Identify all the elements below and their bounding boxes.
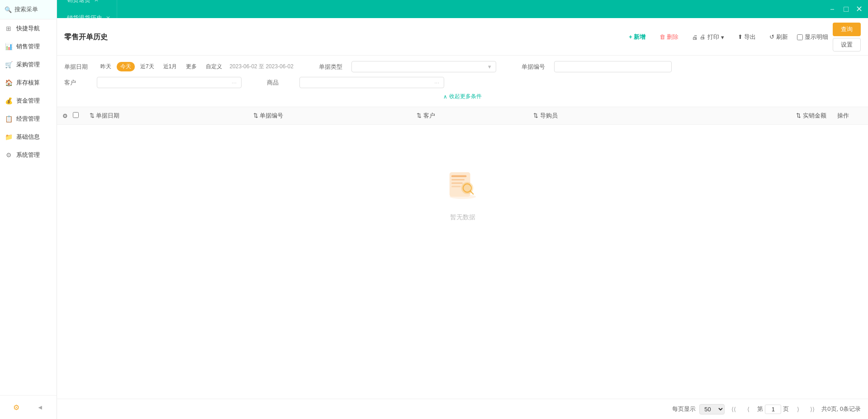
main-area: 首页销售订单✕销货退货✕销货退货历史✕零售开单✕零售开单历史✕ － □ ✕ 零售… (57, 0, 868, 419)
page-title: 零售开单历史 (64, 33, 108, 42)
settings-bottom-icon[interactable]: ⚙ (10, 401, 23, 414)
svg-rect-5 (451, 186, 461, 187)
toolbar: + 新增 🗑 删除 🖨 🖨 打印 ▾ ⬆ 导出 ↺ 刷新 显示明细 查询 设置 (624, 23, 861, 52)
purchase-mgmt-icon: 🛒 (5, 61, 13, 69)
inventory-icon: 🏠 (5, 79, 13, 87)
sidebar: 🔍 搜索采单 ⊞ 快捷导航 📊 销售管理 🛒 采购管理 🏠 库存核算 💰 资金管… (0, 0, 57, 419)
customer-filter-input[interactable]: ··· (97, 77, 242, 88)
collapse-icon: ∧ (443, 94, 447, 100)
sidebar-item-label-system: 系统管理 (16, 151, 40, 159)
date-filter-label: 单据日期 (64, 63, 90, 71)
query-button[interactable]: 查询 (833, 23, 861, 36)
goods-ellipsis-icon: ··· (434, 79, 439, 86)
sidebar-item-quick-nav[interactable]: ⊞ 快捷导航 (0, 19, 57, 38)
sidebar-item-purchase-mgmt[interactable]: 🛒 采购管理 (0, 56, 57, 74)
date-range-text: 2023-06-02 至 2023-06-02 (229, 63, 293, 71)
date-last7[interactable]: 近7天 (137, 62, 158, 71)
svg-rect-3 (451, 179, 465, 180)
pagination-total: 共0页, 0条记录 (821, 405, 861, 413)
window-minimize-icon[interactable]: － (826, 4, 838, 14)
page-input[interactable] (765, 405, 781, 414)
prev-page-button[interactable]: ⟨ (743, 404, 754, 414)
filter-row-2: 客户 ··· 商品 ··· (64, 77, 861, 88)
sidebar-nav: ⊞ 快捷导航 📊 销售管理 🛒 采购管理 🏠 库存核算 💰 资金管理 📋 经营管… (0, 19, 57, 164)
sidebar-item-label-operation: 经营管理 (16, 115, 40, 123)
collapse-sidebar-icon[interactable]: ◄ (34, 401, 47, 414)
customer-filter-label: 客户 (64, 79, 90, 87)
per-page-label: 每页显示 (672, 405, 696, 413)
order-no-input[interactable] (554, 61, 672, 72)
collapse-label: 收起更多条件 (449, 93, 482, 100)
data-table: ⚙ ⇅ 单据日期 ⇅ 单据编号 ⇅ 客户 ⇅ 导购员 ⇅ 实销金额 操作 (57, 107, 868, 125)
filter-row-1: 单据日期 昨天 今天 近7天 近1月 更多 自定义 2023-06-02 至 2… (64, 61, 861, 72)
sidebar-item-finance[interactable]: 💰 资金管理 (0, 92, 57, 110)
date-custom[interactable]: 自定义 (202, 62, 226, 71)
tab-bar-right: － □ ✕ (826, 4, 864, 14)
tab-sales-return[interactable]: 销货退货✕ (61, 0, 117, 9)
search-icon: 🔍 (5, 6, 12, 13)
pagination-page: 第 页 (757, 405, 789, 414)
th-date[interactable]: ⇅ 单据日期 (84, 107, 248, 125)
empty-text: 暂无数据 (450, 213, 475, 221)
sidebar-item-operation[interactable]: 📋 经营管理 (0, 110, 57, 128)
query-settings-buttons: 查询 设置 (833, 23, 861, 52)
sidebar-item-basic-info[interactable]: 📁 基础信息 (0, 128, 57, 146)
table-container: ⚙ ⇅ 单据日期 ⇅ 单据编号 ⇅ 客户 ⇅ 导购员 ⇅ 实销金额 操作 (57, 107, 868, 399)
finance-icon: 💰 (5, 97, 13, 105)
tab-label-sales-return: 销货退货 (67, 0, 90, 4)
date-today[interactable]: 今天 (117, 62, 135, 71)
page-header: 零售开单历史 + 新增 🗑 删除 🖨 🖨 打印 ▾ ⬆ 导出 ↺ 刷新 显示明细… (57, 18, 868, 56)
goods-filter-input[interactable]: ··· (299, 77, 444, 88)
last-page-button[interactable]: ⟩⟩ (807, 404, 818, 414)
add-button[interactable]: + 新增 (624, 31, 650, 43)
sidebar-item-label-inventory: 库存核算 (16, 79, 40, 87)
order-type-select[interactable]: ▾ (351, 61, 496, 72)
display-detail-text: 显示明细 (805, 33, 828, 41)
th-amount[interactable]: ⇅ 实销金额 (668, 107, 832, 125)
sidebar-item-label-quick-nav: 快捷导航 (16, 24, 40, 33)
sidebar-item-label-purchase-mgmt: 采购管理 (16, 61, 40, 69)
print-icon: 🖨 (692, 34, 698, 41)
svg-rect-4 (451, 183, 463, 184)
window-close-icon[interactable]: ✕ (854, 4, 864, 14)
date-last-month[interactable]: 近1月 (160, 62, 181, 71)
settings-button[interactable]: 设置 (833, 38, 861, 52)
first-page-button[interactable]: ⟨⟨ (728, 404, 739, 414)
window-maximize-icon[interactable]: □ (842, 5, 850, 14)
select-all-checkbox[interactable] (73, 112, 79, 118)
date-more[interactable]: 更多 (182, 62, 200, 71)
th-no[interactable]: ⇅ 单据编号 (248, 107, 412, 125)
delete-button[interactable]: 🗑 删除 (655, 31, 683, 43)
print-button[interactable]: 🖨 🖨 打印 ▾ (688, 31, 729, 43)
order-type-label: 单据类型 (319, 63, 344, 71)
sidebar-item-inventory[interactable]: 🏠 库存核算 (0, 74, 57, 92)
table-gear-icon[interactable]: ⚙ (62, 113, 68, 119)
display-detail-checkbox[interactable] (797, 34, 803, 40)
th-guide[interactable]: ⇅ 导购员 (528, 107, 668, 125)
basic-info-icon: 📁 (5, 133, 13, 141)
sidebar-item-label-finance: 资金管理 (16, 97, 40, 105)
refresh-button[interactable]: ↺ 刷新 (765, 31, 792, 43)
th-customer[interactable]: ⇅ 客户 (411, 107, 528, 125)
sidebar-item-label-sales-mgmt: 销售管理 (16, 42, 40, 51)
date-yesterday[interactable]: 昨天 (97, 62, 115, 71)
per-page-select[interactable]: 50 10 20 100 (699, 404, 725, 414)
pagination: 每页显示 50 10 20 100 ⟨⟨ ⟨ 第 页 ⟩ ⟩⟩ 共0页, 0条记… (57, 399, 868, 419)
collapse-button[interactable]: ∧ 收起更多条件 (64, 93, 861, 100)
operation-icon: 📋 (5, 115, 13, 123)
content-area: 零售开单历史 + 新增 🗑 删除 🖨 🖨 打印 ▾ ⬆ 导出 ↺ 刷新 显示明细… (57, 18, 868, 419)
export-button[interactable]: ⬆ 导出 (733, 31, 761, 43)
sidebar-search-label: 搜索采单 (14, 5, 38, 14)
tab-close-sales-return[interactable]: ✕ (94, 0, 99, 3)
date-filter-buttons: 昨天 今天 近7天 近1月 更多 自定义 2023-06-02 至 2023-0… (97, 62, 294, 71)
empty-state: 暂无数据 (57, 125, 868, 258)
sidebar-bottom: ⚙ ◄ (0, 395, 57, 419)
sidebar-search[interactable]: 🔍 搜索采单 (0, 0, 57, 19)
sidebar-item-system[interactable]: ⚙ 系统管理 (0, 146, 57, 164)
table-header-row: ⚙ ⇅ 单据日期 ⇅ 单据编号 ⇅ 客户 ⇅ 导购员 ⇅ 实销金额 操作 (57, 107, 868, 125)
sidebar-item-sales-mgmt[interactable]: 📊 销售管理 (0, 38, 57, 56)
page-prefix: 第 (757, 405, 763, 413)
display-detail-label[interactable]: 显示明细 (797, 33, 828, 41)
next-page-button[interactable]: ⟩ (792, 404, 803, 414)
page-suffix: 页 (783, 405, 789, 413)
